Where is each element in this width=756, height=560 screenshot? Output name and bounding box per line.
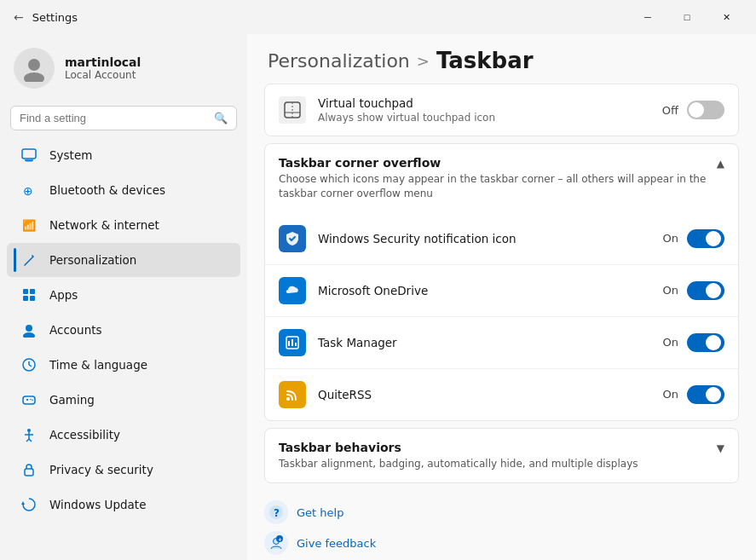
svg-rect-26 <box>25 469 33 476</box>
gaming-icon <box>20 391 38 408</box>
back-icon[interactable]: ← <box>14 10 24 24</box>
sidebar-item-accessibility[interactable]: Accessibility <box>7 418 240 452</box>
corner-overflow-chevron[interactable]: ▲ <box>717 158 724 170</box>
title-bar-left: ← Settings <box>14 10 78 24</box>
onedrive-title: Microsoft OneDrive <box>318 284 651 297</box>
sidebar-item-apps[interactable]: Apps <box>7 278 240 312</box>
avatar-icon <box>20 55 48 82</box>
sidebar-item-personalization[interactable]: Personalization <box>7 243 240 277</box>
toggle-thumb-4 <box>706 335 721 350</box>
maximize-button[interactable]: □ <box>667 3 707 31</box>
personalization-icon <box>20 251 38 268</box>
toggle-thumb-3 <box>706 283 721 298</box>
windows-security-text: Windows Security notification icon <box>318 232 651 245</box>
svg-rect-9 <box>23 296 28 301</box>
toggle-thumb-5 <box>706 387 721 402</box>
task-manager-toggle[interactable] <box>687 333 724 352</box>
get-help-label: Get help <box>297 506 343 519</box>
svg-rect-7 <box>23 289 28 294</box>
taskbar-behaviors-title: Taskbar behaviors <box>279 441 717 454</box>
avatar <box>14 48 55 89</box>
give-feedback-link[interactable]: + Give feedback <box>264 531 725 555</box>
taskbar-behaviors-chevron[interactable]: ▼ <box>717 442 724 454</box>
taskbar-corner-overflow-subtitle: Choose which icons may appear in the tas… <box>279 172 717 201</box>
svg-rect-2 <box>22 149 36 159</box>
user-profile[interactable]: martinlocal Local Account <box>0 34 247 102</box>
windows-security-toggle[interactable] <box>687 229 724 248</box>
minimize-button[interactable]: ─ <box>628 3 667 31</box>
breadcrumb-parent: Personalization <box>268 50 410 72</box>
svg-marker-27 <box>21 501 25 505</box>
virtual-touchpad-card: Virtual touchpad Always show virtual tou… <box>264 84 739 136</box>
virtual-touchpad-toggle[interactable] <box>687 101 724 119</box>
network-icon: 📶 <box>20 216 38 234</box>
sidebar-item-gaming[interactable]: Gaming <box>7 383 240 417</box>
svg-line-15 <box>29 365 32 367</box>
onedrive-item: Microsoft OneDrive On <box>265 264 738 316</box>
onedrive-control: On <box>663 281 724 300</box>
onedrive-text: Microsoft OneDrive <box>318 284 651 297</box>
taskbar-behaviors-subtitle: Taskbar alignment, badging, automaticall… <box>279 457 717 471</box>
toggle-thumb-2 <box>706 231 721 246</box>
user-type: Local Account <box>65 69 141 81</box>
taskbar-behaviors-header-text: Taskbar behaviors Taskbar alignment, bad… <box>279 441 717 471</box>
windows-update-icon <box>20 496 38 513</box>
virtual-touchpad-title: Virtual touchpad <box>318 96 650 110</box>
close-button[interactable]: ✕ <box>707 3 746 31</box>
svg-point-12 <box>23 332 35 338</box>
sidebar-item-system[interactable]: System <box>7 138 240 172</box>
svg-text:⊕: ⊕ <box>23 184 33 198</box>
sidebar-item-bluetooth-label: Bluetooth & devices <box>49 183 165 197</box>
windows-security-icon <box>279 225 306 252</box>
bluetooth-icon: ⊕ <box>20 182 38 199</box>
page-header: Personalization > Taskbar <box>247 34 756 84</box>
svg-text:?: ? <box>274 507 280 519</box>
search-icon: 🔍 <box>214 112 228 124</box>
quiterss-item: QuiteRSS On <box>265 368 738 420</box>
virtual-touchpad-state-label: Off <box>662 104 678 117</box>
sidebar-item-network[interactable]: 📶 Network & internet <box>7 208 240 242</box>
privacy-icon <box>20 461 38 478</box>
sidebar-item-time[interactable]: Time & language <box>7 348 240 382</box>
sidebar-item-windows-update[interactable]: Windows Update <box>7 488 240 522</box>
give-feedback-label: Give feedback <box>297 537 376 550</box>
svg-rect-8 <box>30 289 35 294</box>
question-icon: ? <box>268 505 284 520</box>
sidebar-item-gaming-label: Gaming <box>49 393 95 407</box>
svg-point-21 <box>27 429 31 432</box>
get-help-icon: ? <box>264 500 288 524</box>
taskbar-corner-overflow-header[interactable]: Taskbar corner overflow Choose which ico… <box>265 144 738 213</box>
touchpad-svg-icon <box>283 101 302 119</box>
svg-point-19 <box>30 399 32 401</box>
windows-security-state-label: On <box>663 232 678 245</box>
sidebar-item-accounts[interactable]: Accounts <box>7 313 240 347</box>
taskbar-behaviors-header[interactable]: Taskbar behaviors Taskbar alignment, bad… <box>265 429 738 483</box>
sidebar-item-system-label: System <box>49 148 92 162</box>
sidebar: martinlocal Local Account 🔍 System ⊕ Blu… <box>0 34 247 560</box>
onedrive-toggle[interactable] <box>687 281 724 300</box>
task-manager-svg-icon <box>284 334 301 351</box>
sidebar-item-accessibility-label: Accessibility <box>49 428 120 442</box>
svg-point-35 <box>286 397 290 401</box>
sidebar-item-privacy[interactable]: Privacy & security <box>7 453 240 487</box>
quiterss-toggle[interactable] <box>687 385 724 404</box>
cloud-icon <box>284 282 301 299</box>
task-manager-state-label: On <box>663 336 678 349</box>
breadcrumb-current: Taskbar <box>436 48 534 73</box>
apps-icon <box>20 286 38 303</box>
get-help-link[interactable]: ? Get help <box>264 500 725 524</box>
virtual-touchpad-subtitle: Always show virtual touchpad icon <box>318 112 650 124</box>
svg-point-1 <box>24 72 44 82</box>
nav-list: System ⊕ Bluetooth & devices 📶 Network &… <box>0 137 247 522</box>
user-name: martinlocal <box>65 55 141 69</box>
taskbar-corner-overflow-card: Taskbar corner overflow Choose which ico… <box>264 143 739 421</box>
sidebar-item-bluetooth[interactable]: ⊕ Bluetooth & devices <box>7 173 240 207</box>
sidebar-item-apps-label: Apps <box>49 288 78 302</box>
quiterss-icon <box>279 381 306 408</box>
system-icon <box>20 147 38 164</box>
content-inner: Virtual touchpad Always show virtual tou… <box>247 84 756 560</box>
search-input[interactable] <box>20 112 207 124</box>
task-manager-control: On <box>663 333 724 352</box>
task-manager-item: Task Manager On <box>265 316 738 368</box>
content-area: Personalization > Taskbar Virtual tou <box>247 34 756 560</box>
